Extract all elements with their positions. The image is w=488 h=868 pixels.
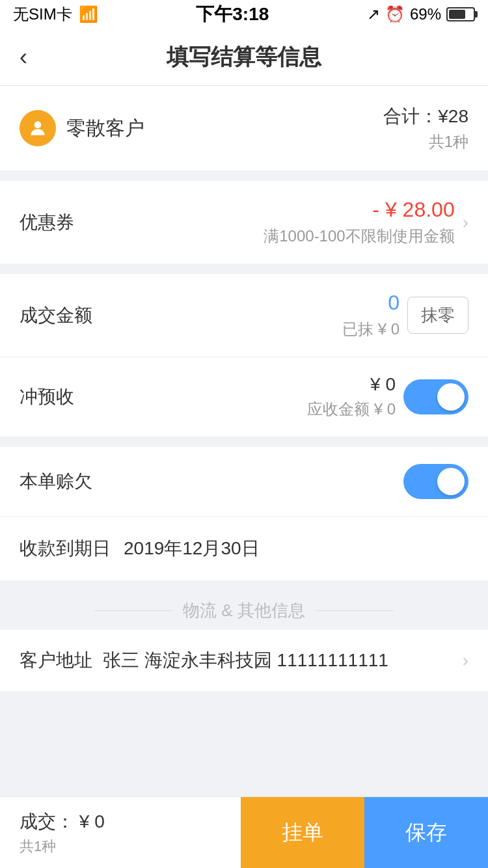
prepayment-label: 冲预收 [20, 385, 74, 409]
deal-amount-right: 0 已抹 ¥ 0 抹零 [342, 291, 468, 340]
logistics-line-right [316, 610, 394, 611]
coupon-card[interactable]: 优惠券 - ¥ 28.00 满1000-100不限制使用金额 › [0, 181, 488, 264]
status-left: 无SIM卡 📶 [13, 4, 98, 25]
coupon-right: - ¥ 28.00 满1000-100不限制使用金额 › [264, 198, 468, 247]
deal-card: 成交金额 0 已抹 ¥ 0 抹零 冲预收 ¥ 0 应收金额 ¥ 0 [0, 274, 488, 437]
save-button-label: 保存 [405, 819, 447, 847]
bottom-info: 成交： ¥ 0 共1种 [0, 809, 241, 856]
prepayment-block: ¥ 0 应收金额 ¥ 0 [307, 374, 396, 420]
coupon-row[interactable]: 优惠券 - ¥ 28.00 满1000-100不限制使用金额 › [0, 181, 488, 264]
logistics-label-row: 物流 & 其他信息 [94, 599, 394, 622]
round-zero-button[interactable]: 抹零 [407, 297, 468, 334]
due-date-label: 收款到期日 [20, 536, 111, 561]
due-date-row: 收款到期日 2019年12月30日 [0, 517, 488, 580]
coupon-amount-block: - ¥ 28.00 满1000-100不限制使用金额 [264, 198, 454, 247]
bottom-buttons: 挂单 保存 [241, 797, 488, 869]
credit-toggle[interactable] [403, 464, 468, 499]
due-date-value: 2019年12月30日 [124, 536, 260, 561]
bottom-deal-label: 成交： [20, 811, 74, 832]
coupon-description: 满1000-100不限制使用金额 [264, 226, 454, 247]
deal-amount-label: 成交金额 [20, 303, 92, 328]
status-time: 下午3:18 [196, 2, 269, 27]
deal-amount-value: 0 [388, 291, 400, 315]
bottom-count: 共1种 [20, 837, 221, 856]
address-row[interactable]: 客户地址 张三 海淀永丰科技园 11111111111 › [0, 630, 488, 691]
prepayment-value: ¥ 0 [370, 374, 396, 395]
location-icon: ↗ [367, 5, 380, 23]
prepayment-toggle[interactable] [403, 379, 468, 414]
credit-right [403, 464, 468, 499]
prepayment-sub: 应收金额 ¥ 0 [307, 399, 396, 420]
credit-row: 本单赊欠 [0, 447, 488, 517]
hold-button[interactable]: 挂单 [241, 797, 364, 869]
coupon-discount: - ¥ 28.00 [372, 198, 454, 222]
status-right: ↗ ⏰ 69% [367, 5, 475, 23]
deal-amount-row: 成交金额 0 已抹 ¥ 0 抹零 [0, 274, 488, 357]
back-button[interactable]: ‹ [20, 44, 27, 71]
battery-icon [446, 7, 475, 21]
status-bar: 无SIM卡 📶 下午3:18 ↗ ⏰ 69% [0, 0, 488, 29]
page-title: 填写结算等信息 [167, 42, 321, 72]
deal-amount-sub: 已抹 ¥ 0 [342, 319, 400, 340]
nav-bar: ‹ 填写结算等信息 [0, 29, 488, 86]
svg-point-0 [34, 121, 42, 128]
prepayment-right: ¥ 0 应收金额 ¥ 0 [307, 374, 468, 420]
sim-label: 无SIM卡 [13, 4, 72, 25]
coupon-chevron-icon: › [463, 212, 468, 233]
credit-label: 本单赊欠 [20, 469, 92, 494]
customer-info: 零散客户 [20, 110, 144, 146]
coupon-label: 优惠券 [20, 210, 74, 235]
wifi-icon: 📶 [79, 5, 98, 23]
deal-amount-block: 0 已抹 ¥ 0 [342, 291, 400, 340]
battery-percent: 69% [410, 5, 441, 23]
logistics-label: 物流 & 其他信息 [183, 599, 305, 622]
bottom-bar: 成交： ¥ 0 共1种 挂单 保存 [0, 796, 488, 868]
bottom-deal-row: 成交： ¥ 0 [20, 809, 221, 834]
bottom-deal-amount: ¥ 0 [79, 811, 105, 832]
address-card[interactable]: 客户地址 张三 海淀永丰科技园 11111111111 › [0, 630, 488, 691]
customer-total: 合计：¥28 共1种 [383, 104, 468, 152]
main-content: 零散客户 合计：¥28 共1种 优惠券 - ¥ 28.00 满1000-100不… [0, 86, 488, 780]
alarm-icon: ⏰ [385, 5, 405, 23]
customer-avatar [20, 110, 56, 146]
address-value: 张三 海淀永丰科技园 11111111111 [92, 648, 463, 673]
credit-card: 本单赊欠 收款到期日 2019年12月30日 [0, 447, 488, 580]
total-amount: 合计：¥28 [383, 104, 468, 129]
prepayment-row: 冲预收 ¥ 0 应收金额 ¥ 0 [0, 357, 488, 437]
customer-row: 零散客户 合计：¥28 共1种 [0, 86, 488, 170]
address-chevron-icon: › [463, 650, 468, 671]
save-button[interactable]: 保存 [364, 797, 488, 869]
customer-name: 零散客户 [66, 115, 144, 142]
customer-card: 零散客户 合计：¥28 共1种 [0, 86, 488, 170]
logistics-divider: 物流 & 其他信息 [0, 591, 488, 630]
address-label: 客户地址 [20, 648, 92, 673]
hold-button-label: 挂单 [282, 819, 323, 847]
logistics-line-left [94, 610, 172, 611]
total-count: 共1种 [383, 131, 468, 152]
